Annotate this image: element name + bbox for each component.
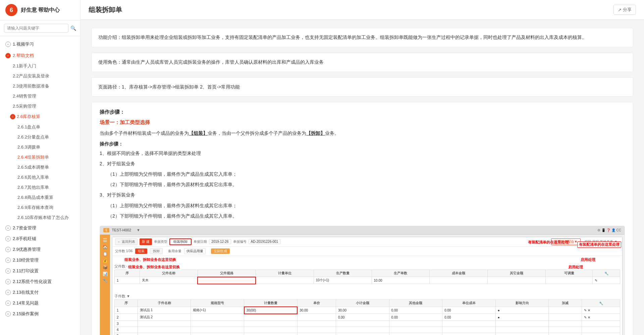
sidebar-item-label: 2.7资金管理 [13, 225, 36, 231]
sidebar-item-2-6-5[interactable]: 2.6.5成本调整单 [0, 162, 80, 172]
mock-table2-label: 子件数 ▼ [112, 294, 622, 299]
sidebar-item-2-9[interactable]: + 2.9优惠券管理 [0, 244, 80, 255]
sidebar-item-2-8[interactable]: + 2.8手机旺铺 [0, 233, 80, 244]
sidebar-item-2-6-8[interactable]: 2.6.8商品成本重算 [0, 192, 80, 203]
sidebar-item-2-6-9[interactable]: 2.6.9库存账本查询 [0, 203, 80, 213]
sidebar-item-2-4[interactable]: 2.4销售管理 [0, 91, 80, 101]
plus-icon-2-14: + [5, 300, 11, 306]
intro-text-2: 使用角色：通常由生产人员或库管人员完成拆装业务的操作，库管人员确认原材料的出库和… [98, 59, 324, 65]
sidebar-item-2-6-2[interactable]: 2.6.2分量盘点单 [0, 132, 80, 142]
sidebar-item-2-2[interactable]: 2.2产品安装及登录 [0, 71, 80, 81]
mock-assemble-tab[interactable]: 组装 [135, 248, 147, 254]
plus-icon-2-9: + [5, 247, 11, 252]
sidebar-item-2-6[interactable]: − 2.6库存核算 [0, 111, 80, 122]
mock-btn-back[interactable]: ← 返回列表 [115, 238, 138, 245]
table-row[interactable]: 1 测试品 1 规格(+1) 30(00) 30.00 30.00 0.00 0… [115, 307, 620, 314]
mock-btn-new[interactable]: 新 建 [140, 238, 152, 245]
search-button[interactable]: 🔍 [70, 25, 76, 31]
sidebar-item-label: 1.视频学习 [13, 41, 34, 47]
page-title: 组装拆卸单 [89, 5, 122, 14]
mock-type-label: 单据类型 [154, 239, 167, 244]
sidebar-item-2-10[interactable]: + 2.10经营管理 [0, 255, 80, 266]
annot-overlay-1: 有装配清单的在这里处理 [577, 241, 621, 248]
intro-card-2: 使用角色：通常由生产人员或库管人员完成拆装业务的操作，库管人员确认原材料的出库和… [91, 53, 633, 72]
annot-text-3: 启用处理 [581, 257, 595, 262]
logo-icon: 6 [5, 4, 17, 16]
table-row[interactable]: 3 [115, 321, 620, 327]
sidebar-item-2-14[interactable]: + 2.14常见问题 [0, 298, 80, 309]
step2-sub2-text: （2）下部明细为子件明细，最终作为原材料生成其它出库单。 [100, 180, 625, 189]
sidebar-item-label: 2.12系统个性化设置 [13, 279, 52, 285]
mock-th-action: 🔧 [593, 270, 620, 277]
mock-th-avail: 可调量 [546, 270, 593, 277]
sidebar-item-label: 2.15操作案例 [13, 311, 39, 317]
search-input[interactable] [4, 24, 68, 33]
plus-icon-2-11: + [5, 268, 11, 274]
mock-date-value[interactable]: 2019-12-26 [209, 239, 231, 244]
sidebar-item-2-15[interactable]: + 2.15操作案例 [0, 309, 80, 319]
path-text: 页面路径：1、库存核算->库存管理->组装拆卸单 2、首页->常用功能 [98, 84, 240, 90]
intro-text-1: 功能介绍：组装拆卸单用来处理企业组装或拆卸等加工业务，支持有固定装配清单的产品加… [98, 35, 587, 40]
mock-apply-btn[interactable]: 立刻生成 [211, 248, 230, 254]
mock-num-value[interactable]: AD-20191226-001 [249, 239, 281, 244]
mock-th-qty: 生产数量 [314, 270, 372, 277]
mock-t2-price: 单价 [297, 299, 336, 307]
step2-sub1-text: （1）上部明细为父件明细，最终作为产成品生成其它入库单； [100, 170, 625, 178]
main-content: 组装拆卸单 ↗ 分享 功能介绍：组装拆卸单用来处理企业组装或拆卸等加工业务，支持… [80, 0, 644, 335]
share-button[interactable]: ↗ 分享 [613, 5, 636, 15]
table-row[interactable]: 1 关木 10个(+1) 10.00 [115, 277, 620, 284]
sidebar-item-2-6-7[interactable]: 2.6.7其他出库单 [0, 182, 80, 192]
step3-sub1-text: （1）上部明细为父件明细，最终作为原材料生成其它出库单； [100, 202, 625, 210]
table-row[interactable]: 4 [115, 327, 620, 333]
mock-count-label: 父件数 1/36 [115, 249, 132, 254]
intro-card-1: 功能介绍：组装拆卸单用来处理企业组装或拆卸等加工业务，支持有固定装配清单的产品加… [91, 28, 633, 47]
scenario1-title: 场景一：加工类型选择 [100, 119, 625, 126]
content-area: 功能介绍：组装拆卸单用来处理企业组装或拆卸等加工业务，支持有固定装配清单的产品加… [80, 20, 644, 335]
sidebar-item-2-7[interactable]: + 2.7资金管理 [0, 223, 80, 233]
minus-icon-2-6: − [10, 114, 15, 119]
mock-th-parent-spec: 父件规格 [198, 270, 256, 277]
mock-icons-area: ⚙ 📱 ❓ 👤 CC [597, 228, 621, 232]
mock-t2-addsub: 加减 [549, 299, 582, 307]
mock-t2-spec: 规格型号 [191, 299, 244, 307]
sidebar-item-2-3[interactable]: 2.3使用前数据准备 [0, 81, 80, 91]
sidebar-item-label: 2.14常见问题 [13, 300, 39, 306]
sidebar-item-label: 2.10经营管理 [13, 257, 39, 263]
mock-t2-name: 子件名称 [138, 299, 191, 307]
sidebar-item-2-6-3[interactable]: 2.6.3调拨单 [0, 142, 80, 152]
mock-side-icons: ☰ 🏠 📋 💰 📦 📊 🔧 [100, 235, 110, 335]
mock-th-other: 其它金额 [488, 270, 546, 277]
mock-table1: 序 父件名称 父件规格 计量单位 生产数量 生产单数 成本金额 其它金额 可调量 [114, 270, 620, 284]
mock-spare-input[interactable]: 供应品用量 [184, 248, 206, 254]
sidebar-item-label: 2.9优惠券管理 [13, 246, 41, 253]
steps-label: 操作步骤： [100, 141, 625, 147]
table-row[interactable]: 5 [115, 333, 620, 335]
mock-type-value[interactable]: 组装/拆卸 [169, 238, 192, 245]
sidebar-item-2-12[interactable]: + 2.12系统个性化设置 [0, 276, 80, 287]
sidebar-item-video[interactable]: + 1.视频学习 [0, 39, 80, 50]
sidebar-item-2-1[interactable]: 2.1新手入门 [0, 61, 80, 71]
nav-group-docs: − 2.帮助文档 2.1新手入门 2.2产品安装及登录 2.3使用前数据准备 2… [0, 50, 80, 319]
table-row[interactable]: 2 测试品 2 0.00 0.00 0.00 ● [115, 314, 620, 321]
mock-th-unit-qty: 生产单数 [372, 270, 430, 277]
sidebar-item-2-11[interactable]: + 2.11打印设置 [0, 266, 80, 276]
main-header: 组装拆卸单 ↗ 分享 [80, 0, 644, 20]
sidebar-item-2-6-6[interactable]: 2.6.6其他入库单 [0, 172, 80, 182]
sidebar-item-2-13[interactable]: + 2.13在线支付 [0, 287, 80, 298]
sidebar-item-label: 2.帮助文档 [13, 53, 34, 59]
sidebar: 6 好生意 帮助中心 🔍 + 1.视频学习 − 2.帮助文档 2.1新手入门 2… [0, 0, 80, 335]
sidebar-item-label: 2.6库存核算 [17, 114, 40, 120]
mock-t2-unit-cost: 单位成本 [442, 299, 496, 307]
sidebar-item-2-5[interactable]: 2.5采购管理 [0, 101, 80, 111]
app-name: 好生意 帮助中心 [21, 7, 60, 14]
mock-table2: 序 子件名称 规格型号 计量数量 单价 小计金额 其他金额 单位成本 影响方向 [114, 299, 620, 335]
sidebar-item-docs[interactable]: − 2.帮助文档 [0, 50, 80, 61]
sidebar-item-2-6-1[interactable]: 2.6.1盘点单 [0, 122, 80, 132]
plus-icon-2-13: + [5, 290, 11, 295]
annot-text-2: 组装业务、拆卸业务在这里切换 [124, 257, 176, 262]
mock-num-label: 单据编号 [233, 239, 247, 244]
mock-logo: 6 [103, 228, 109, 232]
mock-disassemble-tab[interactable]: 拆卸 [150, 248, 163, 254]
sidebar-item-2-6-4[interactable]: 2.6.4组装拆卸单 [0, 152, 80, 162]
sidebar-item-2-6-10[interactable]: 2.6.10库存账本错了怎么办 [0, 213, 80, 223]
